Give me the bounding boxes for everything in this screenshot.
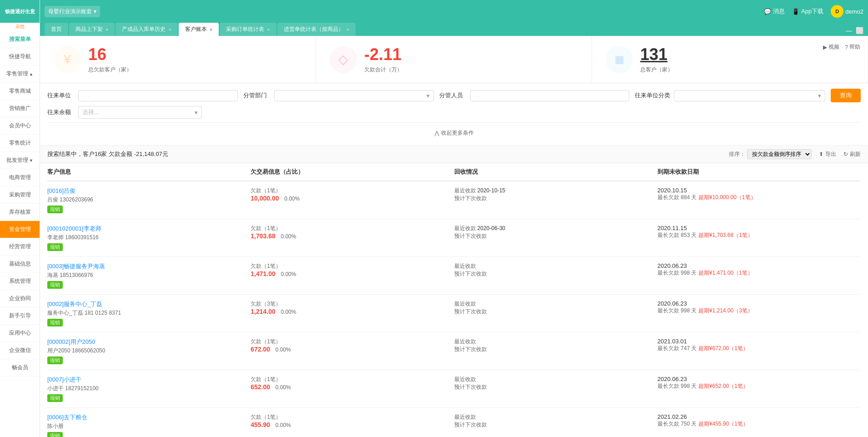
tab-production-history-close[interactable]: × bbox=[168, 27, 171, 32]
overdue-amount-link[interactable]: 超期¥1,703.68（1笔） bbox=[698, 232, 753, 238]
due-info-cell: 2020.10.15 最长欠款 884 天 超期¥10,000.00（1笔） bbox=[657, 187, 861, 201]
refresh-btn[interactable]: ↻ 刷新 bbox=[843, 151, 861, 158]
video-btn[interactable]: ▶视频 bbox=[823, 43, 839, 51]
export-btn[interactable]: ⬆ 导出 bbox=[819, 151, 836, 158]
customer-name-link[interactable]: [0002]服务中心_丁磊 bbox=[47, 300, 245, 308]
sidebar-item-inventory[interactable]: 库存核算 bbox=[0, 204, 40, 221]
table-row: [0001020001]李老师 李老师 18600391516 现销 欠款（1笔… bbox=[47, 219, 861, 257]
sidebar-item-app-center[interactable]: 应用中心 bbox=[0, 325, 40, 342]
owe-label: 欠款（1笔） bbox=[251, 376, 448, 383]
stats-row: ¥ 16 总欠款客户（家） ◇ -2.11 欠款合计（万） bbox=[40, 36, 868, 83]
tab-production-history[interactable]: 产成品入库单历史 × bbox=[115, 23, 177, 36]
filter-item-manager: 分管人员 ··· bbox=[439, 90, 630, 101]
tab-product-listing[interactable]: 商品上下架 × bbox=[69, 23, 115, 36]
sidebar-item-search-menu[interactable]: 搜索菜单 bbox=[0, 31, 40, 48]
sidebar-item-retail-mgmt[interactable]: 零售管理 ▲ bbox=[0, 65, 40, 83]
overdue-amount-link[interactable]: 超期¥652.00（1笔） bbox=[698, 383, 748, 389]
unit-category-arrow: ▾ bbox=[818, 92, 821, 99]
sidebar-item-enterprise-wechat[interactable]: 企业微信 bbox=[0, 342, 40, 359]
sidebar-item-member[interactable]: 会员中心 bbox=[0, 117, 40, 135]
filter-label-from-unit: 往来单位 bbox=[47, 91, 75, 100]
sidebar-item-enterprise-collab[interactable]: 企业协同 bbox=[0, 290, 40, 307]
tabs-minimize-btn[interactable]: — bbox=[846, 27, 852, 34]
overdue-amount-link[interactable]: 超期¥455.90（1笔） bbox=[698, 421, 748, 427]
tab-purchase-order-close[interactable]: × bbox=[267, 27, 270, 32]
customer-badge: 现销 bbox=[47, 319, 63, 326]
tab-customer-account-close[interactable]: × bbox=[210, 27, 212, 32]
customer-badge: 现销 bbox=[47, 243, 63, 251]
overdue-info: 最长欠款 853 天 超期¥1,703.68（1笔） bbox=[657, 231, 855, 239]
collect-info-cell: 最近收款 预计下次收款 bbox=[454, 300, 657, 316]
tab-purchase-order[interactable]: 采购订单统计表 × bbox=[220, 23, 276, 36]
collect-info-cell: 最近收款 预计下次收款 bbox=[454, 376, 657, 391]
customer-name-link[interactable]: [0016]吕俊 bbox=[47, 187, 245, 195]
due-date: 2021.03.01 bbox=[657, 338, 855, 345]
tab-customer-account[interactable]: 客户账本 × bbox=[179, 23, 219, 36]
sidebar-item-batch-mgmt[interactable]: 批发管理 ▼ bbox=[0, 152, 40, 169]
filter-dropdown-balance[interactable]: 选择... ▾ bbox=[78, 106, 202, 119]
tab-production-history-label: 产成品入库单历史 bbox=[122, 25, 166, 33]
filter-dropdown-dept[interactable]: ▾ bbox=[274, 90, 434, 101]
tab-inventory-stats[interactable]: 进货单统计表（按商品） × bbox=[277, 23, 356, 36]
overdue-amount-link[interactable]: 超期¥1,471.00（1笔） bbox=[698, 270, 753, 276]
balance-placeholder: 选择... bbox=[82, 108, 99, 116]
overdue-days: 最长欠款 998 天 bbox=[657, 307, 697, 314]
customer-contact: 吕俊 13026203696 bbox=[47, 196, 245, 204]
sidebar-item-retail-stats[interactable]: 零售统计 bbox=[0, 135, 40, 152]
collect-info-cell: 最近收款 2020-10-15 预计下次收款 bbox=[454, 187, 657, 202]
sidebar-item-finance[interactable]: 资金管理 bbox=[0, 221, 40, 238]
overdue-info: 最长欠款 998 天 超期¥652.00（1笔） bbox=[657, 382, 855, 390]
message-btn[interactable]: 💬 消息 bbox=[764, 7, 785, 15]
customer-contact: 用户2050 18665062050 bbox=[47, 347, 245, 355]
customer-info-cell: [0001020001]李老师 李老师 18600391516 现销 bbox=[47, 225, 251, 251]
industry-selector[interactable]: 母婴行业演示账套 ▾ bbox=[45, 6, 100, 17]
stat-number-owe-total: -2.11 bbox=[364, 45, 402, 64]
filter-input-from-unit[interactable]: ··· bbox=[78, 90, 238, 101]
sidebar-item-quick-nav[interactable]: 快捷导航 bbox=[0, 48, 40, 65]
tabs-bar: 首页 商品上下架 × 产成品入库单历史 × 客户账本 × 采购订单统计表 × 进… bbox=[40, 23, 868, 36]
customer-name-link[interactable]: [0006]去下粮仓 bbox=[47, 413, 245, 422]
overdue-days: 最长欠款 998 天 bbox=[657, 270, 697, 276]
sidebar-item-purchase[interactable]: 采购管理 bbox=[0, 186, 40, 204]
overdue-days: 最长欠款 884 天 bbox=[657, 194, 697, 201]
query-button[interactable]: 查询 bbox=[831, 89, 861, 102]
collect-info-cell: 最近收款 预计下次收款 bbox=[454, 262, 657, 278]
stat-label-total-customers: 总客户（家） bbox=[640, 66, 673, 74]
overdue-amount-link[interactable]: 超期¥672.00（1笔） bbox=[698, 345, 748, 352]
tab-product-listing-label: 商品上下架 bbox=[75, 25, 103, 33]
owe-percent: 0.00% bbox=[276, 347, 291, 353]
customer-name-link[interactable]: [000002]用户2050 bbox=[47, 338, 245, 346]
sidebar-item-chang-member[interactable]: 畅会员 bbox=[0, 359, 40, 377]
sidebar-item-newbie[interactable]: 新手引导 bbox=[0, 307, 40, 325]
customer-contact: 服务中心_丁磊 181 0125 8371 bbox=[47, 309, 245, 317]
collapse-btn[interactable]: ⋀ 收起更多条件 bbox=[47, 126, 861, 140]
customer-badge: 现销 bbox=[47, 432, 63, 437]
filter-input-manager[interactable]: ··· bbox=[470, 90, 630, 101]
owe-percent: 0.00% bbox=[281, 233, 296, 240]
app-download-btn[interactable]: 📱 App下载 bbox=[792, 7, 823, 15]
user-profile-btn[interactable]: D demo2 bbox=[831, 5, 863, 18]
collapse-label: 收起更多条件 bbox=[441, 129, 474, 137]
filter-dropdown-unit-category[interactable]: ▾ bbox=[674, 90, 825, 101]
customer-name-link[interactable]: [0007]小进干 bbox=[47, 376, 245, 384]
tab-product-listing-close[interactable]: × bbox=[105, 27, 108, 32]
overdue-amount-link[interactable]: 超期¥10,000.00（1笔） bbox=[698, 194, 756, 201]
sidebar-item-marketing[interactable]: 营销推广 bbox=[0, 100, 40, 117]
industry-arrow: ▾ bbox=[94, 8, 96, 15]
owe-percent: 0.00% bbox=[276, 384, 291, 391]
tab-home[interactable]: 首页 bbox=[45, 23, 68, 36]
overdue-amount-link[interactable]: 超期¥1,214.00（3笔） bbox=[698, 307, 753, 314]
tabs-maximize-btn[interactable]: ⬜ bbox=[856, 27, 863, 34]
help-btn[interactable]: ?帮助 bbox=[845, 43, 860, 51]
sort-select[interactable]: 按欠款金额倒序排序 bbox=[747, 149, 812, 159]
sidebar-item-system[interactable]: 系统管理 bbox=[0, 273, 40, 290]
customer-name-link[interactable]: [0003]畅捷服务尹海蒸 bbox=[47, 262, 245, 271]
sidebar-item-operation[interactable]: 经营管理 bbox=[0, 238, 40, 256]
customer-name-link[interactable]: [0001020001]李老师 bbox=[47, 225, 245, 233]
sidebar-item-ecommerce[interactable]: 电商管理 bbox=[0, 169, 40, 186]
overdue-days: 最长欠款 853 天 bbox=[657, 232, 697, 238]
sidebar-item-retail-mall[interactable]: 零售商城 bbox=[0, 83, 40, 100]
app-download-label: App下载 bbox=[801, 7, 823, 15]
sidebar-item-basic-info[interactable]: 基础信息 bbox=[0, 256, 40, 273]
tab-inventory-stats-close[interactable]: × bbox=[346, 27, 349, 32]
